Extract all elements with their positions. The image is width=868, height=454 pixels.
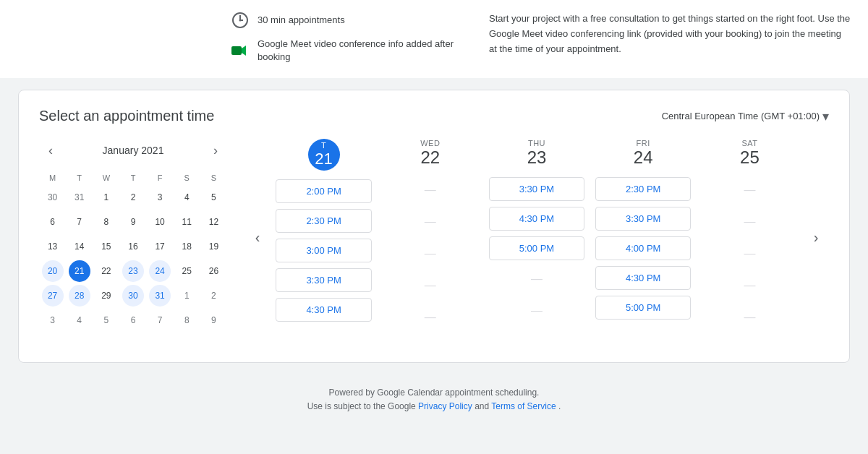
- calendar-day-cell[interactable]: 7: [66, 210, 93, 234]
- next-month-button[interactable]: ›: [204, 139, 227, 162]
- timezone-label: Central European Time (GMT +01:00): [662, 111, 820, 121]
- day-number-label: 23: [527, 147, 547, 168]
- calendar-day-cell[interactable]: 22: [93, 259, 119, 283]
- weekday-header-sat: S: [174, 171, 200, 185]
- calendar-day-cell[interactable]: 9: [119, 210, 146, 234]
- calendar-day-cell[interactable]: 25: [174, 259, 200, 283]
- calendar-day-cell[interactable]: 1: [174, 283, 200, 308]
- calendar-day-cell[interactable]: 31: [147, 283, 174, 308]
- day-number-label: 22: [420, 147, 440, 168]
- calendar-day-cell[interactable]: 27: [39, 283, 66, 308]
- footer-line2: Use is subject to the Google Privacy Pol…: [307, 400, 561, 414]
- time-slot-button[interactable]: 3:30 PM: [276, 268, 371, 292]
- calendar-day-cell[interactable]: 6: [119, 308, 146, 333]
- time-slot-button[interactable]: 4:30 PM: [276, 298, 371, 322]
- calendar-day-cell[interactable]: 9: [200, 308, 227, 333]
- time-slot-dash: —: [702, 273, 797, 299]
- calendar-day-cell[interactable]: 15: [93, 234, 119, 259]
- calendar-day-cell[interactable]: 19: [200, 234, 227, 259]
- calendar-day-cell[interactable]: 16: [119, 234, 146, 259]
- calendar-day-cell[interactable]: 10: [147, 210, 174, 234]
- time-slot-button[interactable]: 5:00 PM: [489, 236, 584, 260]
- time-slot-dash: —: [383, 273, 478, 299]
- next-week-button[interactable]: ›: [803, 225, 829, 251]
- calendar-day-cell[interactable]: 14: [66, 234, 93, 259]
- day-column-25: SAT25—————: [697, 139, 803, 336]
- prev-month-button[interactable]: ‹: [39, 139, 62, 162]
- day-weekday-label: T: [321, 141, 326, 150]
- time-slot-button[interactable]: 5:00 PM: [595, 296, 691, 320]
- footer: Powered by Google Calendar appointment s…: [296, 374, 573, 425]
- calendar-day-cell[interactable]: 8: [93, 210, 119, 234]
- svg-marker-1: [242, 46, 246, 56]
- calendar-day-cell[interactable]: 30: [119, 283, 146, 308]
- calendar-day-cell[interactable]: 3: [147, 185, 174, 210]
- calendar-day-cell[interactable]: 12: [200, 210, 227, 234]
- calendar-day-cell[interactable]: 21: [66, 259, 93, 283]
- calendar-day-cell[interactable]: 1: [93, 185, 119, 210]
- time-slot-button[interactable]: 3:00 PM: [276, 239, 371, 262]
- meet-info-row: Google Meet video conference info added …: [231, 38, 454, 64]
- time-slot-button[interactable]: 3:30 PM: [489, 177, 584, 201]
- days-columns: T212:00 PM2:30 PM3:00 PM3:30 PM4:30 PMWE…: [271, 139, 803, 336]
- calendar-day-cell[interactable]: 17: [147, 234, 174, 259]
- calendar-day-cell[interactable]: 11: [174, 210, 200, 234]
- calendar-day-cell[interactable]: 20: [39, 259, 66, 283]
- calendar-day-cell[interactable]: 2: [119, 185, 146, 210]
- day-weekday-label: SAT: [740, 139, 760, 147]
- calendar-day-cell[interactable]: 24: [147, 259, 174, 283]
- time-slot-button[interactable]: 4:00 PM: [595, 236, 691, 260]
- calendar-day-cell[interactable]: 26: [200, 259, 227, 283]
- time-slot-button[interactable]: 2:00 PM: [276, 179, 371, 203]
- weekday-header-wed: W: [93, 171, 119, 185]
- calendar-day-cell[interactable]: 4: [174, 185, 200, 210]
- footer-line2-mid: and: [475, 401, 491, 411]
- main-appointment-card: Select an appointment time Central Europ…: [18, 90, 850, 363]
- day-column-21: T212:00 PM2:30 PM3:00 PM3:30 PM4:30 PM: [271, 139, 377, 336]
- calendar-day-cell[interactable]: 2: [200, 283, 227, 308]
- calendar-month-year: January 2021: [103, 145, 164, 156]
- calendar-day-cell[interactable]: 3: [39, 308, 66, 333]
- calendar-day-cell[interactable]: 5: [200, 185, 227, 210]
- duration-info-row: 30 min appointments: [231, 12, 454, 29]
- calendar-day-cell[interactable]: 5: [93, 308, 119, 333]
- time-slot-button[interactable]: 4:30 PM: [489, 207, 584, 231]
- calendar-day-cell[interactable]: 7: [147, 308, 174, 333]
- calendar-day-cell[interactable]: 29: [93, 283, 119, 308]
- prev-week-button[interactable]: ‹: [244, 225, 271, 251]
- time-slot-button[interactable]: 2:30 PM: [276, 209, 371, 233]
- calendar-grid: M T W T F S S 30311234567891011121314151…: [39, 171, 227, 333]
- time-slot-dash: —: [383, 241, 478, 267]
- card-header: Select an appointment time Central Europ…: [39, 108, 829, 124]
- privacy-policy-link[interactable]: Privacy Policy: [418, 401, 472, 411]
- footer-line2-suffix: .: [558, 401, 561, 411]
- timezone-selector[interactable]: Central European Time (GMT +01:00) ▾: [662, 108, 829, 124]
- calendar-day-cell[interactable]: 31: [66, 185, 93, 210]
- time-slot-button[interactable]: 3:30 PM: [595, 207, 691, 231]
- weekday-header-fri: F: [147, 171, 174, 185]
- day-number-label: 21: [315, 150, 332, 168]
- calendar-day-cell[interactable]: 23: [119, 259, 146, 283]
- calendar-day-cell[interactable]: 30: [39, 185, 66, 210]
- calendar-day-cell[interactable]: 8: [174, 308, 200, 333]
- calendar-day-cell[interactable]: 13: [39, 234, 66, 259]
- day-number-label: 25: [740, 147, 760, 168]
- clock-icon: [231, 12, 249, 29]
- time-slot-button[interactable]: 2:30 PM: [595, 177, 691, 201]
- meet-text: Google Meet video conference info added …: [258, 38, 454, 64]
- time-slot-dash: —: [383, 177, 478, 203]
- time-slot-button[interactable]: 4:30 PM: [595, 266, 691, 290]
- calendar-day-cell[interactable]: 28: [66, 283, 93, 308]
- day-weekday-label: WED: [420, 139, 440, 147]
- time-slot-dash: —: [702, 241, 797, 267]
- svg-rect-2: [233, 48, 240, 53]
- calendar-day-cell[interactable]: 4: [66, 308, 93, 333]
- mini-calendar: ‹ January 2021 › M T W T F S S: [39, 139, 227, 345]
- calendar-day-cell[interactable]: 18: [174, 234, 200, 259]
- calendar-day-cell[interactable]: 6: [39, 210, 66, 234]
- weekday-header-thu: T: [119, 171, 146, 185]
- day-header-24: FRI24: [634, 139, 653, 168]
- terms-of-service-link[interactable]: Terms of Service: [491, 401, 556, 411]
- weekday-header-tue: T: [66, 171, 93, 185]
- chevron-down-icon: ▾: [822, 108, 829, 124]
